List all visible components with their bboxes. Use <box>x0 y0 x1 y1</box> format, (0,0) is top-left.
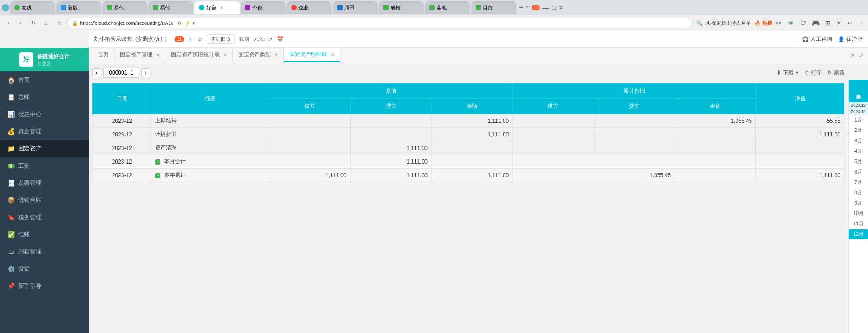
hot-search-label[interactable]: 🔥 热搜 <box>755 20 772 27</box>
sidebar-item-guide[interactable]: 📌 新手引导 <box>0 277 89 295</box>
brand-logo-icon: 好 <box>19 52 33 67</box>
sidebar-item-payroll[interactable]: 💵 工资 <box>0 157 89 174</box>
help-button[interactable]: 🎧 人工咨询 <box>802 35 832 43</box>
period-month-6[interactable]: 6月 <box>849 167 868 177</box>
browser-tab-new[interactable]: 新版 <box>56 1 101 14</box>
col-header-accumulated-dep: 累计折旧 <box>513 84 756 99</box>
sidebar-item-home[interactable]: 🏠 首页 <box>0 71 89 89</box>
close-window-button[interactable]: ✕ <box>558 4 564 11</box>
period-month-1[interactable]: 1月 <box>849 115 868 125</box>
row3-date: 2023-12 <box>93 141 151 155</box>
more-icon[interactable]: ⋯ <box>858 19 864 27</box>
tab-asset-detail-ledger[interactable]: 固定资产明细账 ✕ <box>284 48 340 62</box>
table-row-monthly-total: 2023-12 + 本月合计 1,111.00 <box>93 155 844 169</box>
grid-icon[interactable]: ⊞ <box>825 19 830 27</box>
browser-tab-chang[interactable]: 畅推 <box>379 1 424 14</box>
add-company-button[interactable]: + <box>189 35 193 43</box>
bookmark-button[interactable]: ☆ <box>54 19 63 28</box>
browser-tab-yidai2[interactable]: 易代 <box>148 1 193 14</box>
browser-tab-haohui[interactable]: 好会 ✕ <box>194 1 240 14</box>
tab-fixed-assets-mgmt-close[interactable]: ✕ <box>156 52 160 57</box>
sidebar-item-sales-ledger[interactable]: 📦 进销台账 <box>0 192 89 209</box>
sidebar-brand: 好 畅捷通好会计 专业版 <box>0 48 89 71</box>
sidebar-item-funds[interactable]: 💰 资金管理 <box>0 123 89 140</box>
scissors-icon[interactable]: ✂ <box>776 19 781 27</box>
translate-icon[interactable]: 译 <box>787 19 795 27</box>
period-month-10[interactable]: 10月 <box>849 208 868 219</box>
tab-depreciation-stats-close[interactable]: ✕ <box>223 52 227 57</box>
sidebar-item-reports[interactable]: 📊 报表中心 <box>0 106 89 123</box>
game-icon[interactable]: 🎮 <box>812 19 820 27</box>
period-month-3[interactable]: 3月 <box>849 136 868 146</box>
home-icon: 🏠 <box>7 76 14 84</box>
back-button[interactable]: ‹ <box>4 19 13 28</box>
prev-page-button[interactable]: ‹ <box>92 68 101 77</box>
tab-asset-category-close[interactable]: ✕ <box>274 52 278 57</box>
browser-tab-haohui-close[interactable]: ✕ <box>220 5 223 10</box>
reload-button[interactable]: ↻ <box>29 19 38 28</box>
browser-logo: e <box>2 4 9 11</box>
new-tab-button[interactable]: + <box>519 4 523 12</box>
home-button[interactable]: ⌂ <box>42 19 51 28</box>
period-month-5[interactable]: 5月 <box>849 156 868 167</box>
refresh-button[interactable]: ↻ 刷新 <box>827 69 844 77</box>
sidebar-item-invoice[interactable]: 🧾 发票管理 <box>0 174 89 192</box>
tab-asset-detail-ledger-close[interactable]: ✕ <box>331 52 335 57</box>
period-month-11[interactable]: 11月 <box>849 219 868 229</box>
browser-tab-geshui[interactable]: 个税 <box>241 1 286 14</box>
period-date-1: 2023.12 <box>849 102 868 108</box>
tab-fixed-assets-mgmt[interactable]: 固定资产管理 ✕ <box>114 48 165 62</box>
brightness-icon[interactable]: ☀ <box>836 19 842 27</box>
site-info-icon[interactable]: ⚙ <box>177 20 182 26</box>
address-bar[interactable]: 🔒 https://cloud.chanjet.com/accounting/u… <box>67 18 693 28</box>
col-header-dep-debit: 借方 <box>513 99 594 114</box>
tab-asset-category[interactable]: 固定资产类别 ✕ <box>233 48 284 62</box>
period-month-7[interactable]: 7月 <box>849 177 868 188</box>
company-settings-button[interactable]: ⚙ <box>197 36 202 42</box>
download-dropdown-icon[interactable]: ▾ <box>796 70 798 76</box>
close-page-icon[interactable]: ✕ <box>850 52 855 59</box>
browser-tab-yidai1[interactable]: 易代 <box>102 1 147 14</box>
period-month-4[interactable]: 4月 <box>849 146 868 156</box>
tab-home[interactable]: 首页 <box>92 48 114 62</box>
sidebar-item-archive[interactable]: 🗂 归档管理 <box>0 243 89 260</box>
browser-tab-qiye[interactable]: 企业 <box>287 1 332 14</box>
period-month-9[interactable]: 9月 <box>849 198 868 208</box>
browser-tab-muqian[interactable]: 目前 <box>471 1 516 14</box>
next-page-button[interactable]: › <box>141 68 150 77</box>
col-header-original-value: 原值 <box>269 84 513 99</box>
period-month-2[interactable]: 2月 <box>849 125 868 136</box>
browser-tab-tengxun[interactable]: 腾讯 <box>333 1 378 14</box>
dropdown-icon[interactable]: ▾ <box>193 20 195 26</box>
sidebar-item-general-ledger[interactable]: 📋 总账 <box>0 89 89 106</box>
sidebar-item-tax[interactable]: 🔖 税务管理 <box>0 209 89 226</box>
browser-tab-gedi[interactable]: 各地 <box>425 1 470 14</box>
invoice-icon: 🧾 <box>7 179 14 187</box>
switch-version-button[interactable]: 切到旧版 <box>207 34 235 44</box>
performance-icon[interactable]: ⚡ <box>184 20 191 26</box>
browser-tab-online[interactable]: 在线 <box>10 1 55 14</box>
period-month-8[interactable]: 8月 <box>849 188 868 198</box>
tab-menu-button[interactable]: ≡ <box>526 5 529 11</box>
expand-page-icon[interactable]: ⤢ <box>859 52 864 59</box>
sidebar-item-fixed-assets[interactable]: 📁 固定资产 <box>0 140 89 157</box>
row4-orig-credit: 1,111.00 <box>350 155 431 169</box>
period-month-12[interactable]: 12月 <box>849 229 868 239</box>
browser-tab-bar: e 在线 新版 易代 易代 好会 ✕ 个税 企 <box>0 0 868 15</box>
minimize-button[interactable]: — <box>542 4 549 11</box>
sidebar-item-settings[interactable]: ⚙️ 设置 <box>0 260 89 277</box>
calendar-icon[interactable]: 📅 <box>277 36 283 42</box>
shield-icon[interactable]: 🛡 <box>800 19 807 27</box>
row3-dep-debit <box>513 141 594 155</box>
tab-depreciation-stats[interactable]: 固定资产折旧统计表 ✕ <box>165 48 233 62</box>
page-number-input[interactable] <box>103 68 139 78</box>
row2-date: 2023-12 <box>93 128 151 141</box>
maximize-button[interactable]: □ <box>552 4 555 11</box>
download-button[interactable]: ⬇ 下载 ▾ <box>777 69 798 77</box>
print-button[interactable]: 🖨 打印 <box>804 69 822 77</box>
forward-button[interactable]: › <box>16 19 25 28</box>
sidebar-item-closing[interactable]: ✅ 结账 <box>0 226 89 243</box>
user-menu-button[interactable]: 👤 徐泽华 <box>838 35 863 43</box>
row1-date: 2023-12 <box>93 114 151 128</box>
undo-icon[interactable]: ↩ <box>847 19 853 27</box>
